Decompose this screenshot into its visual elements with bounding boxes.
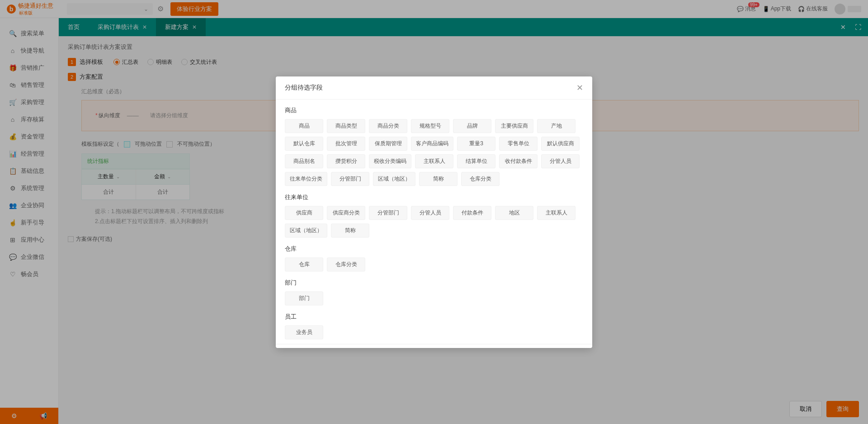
field-chip[interactable]: 零售单位 xyxy=(499,137,538,151)
field-chip[interactable]: 主联系人 xyxy=(415,154,453,168)
field-group-0: 商品商品商品类型商品分类规格型号品牌主要供应商产地默认仓库批次管理保质期管理客户… xyxy=(285,106,583,186)
field-chip[interactable]: 商品分类 xyxy=(369,119,407,133)
field-chip[interactable]: 分管人员 xyxy=(541,154,580,168)
field-group-2: 仓库仓库仓库分类 xyxy=(285,245,583,272)
field-chip[interactable]: 品牌 xyxy=(453,119,491,133)
chip-row: 商品商品类型商品分类规格型号品牌主要供应商产地默认仓库批次管理保质期管理客户商品… xyxy=(285,119,583,186)
field-chip[interactable]: 收付款条件 xyxy=(499,154,538,168)
field-chip[interactable]: 分管部门 xyxy=(369,206,407,220)
field-chip[interactable]: 供应商分类 xyxy=(327,206,365,220)
chip-row: 仓库仓库分类 xyxy=(285,257,583,272)
modal-hscroll[interactable] xyxy=(276,344,592,348)
modal-close-icon[interactable]: ✕ xyxy=(576,83,583,93)
field-chip[interactable]: 默认仓库 xyxy=(285,137,323,151)
modal-title: 分组待选字段 xyxy=(285,84,323,92)
field-chip[interactable]: 简称 xyxy=(331,224,369,238)
field-chip[interactable]: 简称 xyxy=(419,172,458,186)
field-chip[interactable]: 地区 xyxy=(495,206,533,220)
field-chip[interactable]: 主要供应商 xyxy=(495,119,533,133)
modal-header: 分组待选字段 ✕ xyxy=(276,76,592,100)
field-chip[interactable]: 税收分类编码 xyxy=(369,154,411,168)
modal-overlay: 分组待选字段 ✕ 商品商品商品类型商品分类规格型号品牌主要供应商产地默认仓库批次… xyxy=(0,0,868,424)
field-chip[interactable]: 主联系人 xyxy=(537,206,576,220)
chip-row: 供应商供应商分类分管部门分管人员付款条件地区主联系人区域（地区）简称 xyxy=(285,206,583,238)
field-chip[interactable]: 付款条件 xyxy=(453,206,491,220)
field-chip[interactable]: 供应商 xyxy=(285,206,323,220)
field-chip[interactable]: 仓库分类 xyxy=(461,172,500,186)
field-chip[interactable]: 分管人员 xyxy=(411,206,449,220)
field-group-3: 部门部门 xyxy=(285,279,583,305)
field-chip[interactable]: 保质期管理 xyxy=(369,137,407,151)
chip-row: 业务员 xyxy=(285,325,583,339)
field-chip[interactable]: 客户商品编码 xyxy=(411,137,453,151)
field-group-title: 部门 xyxy=(285,279,583,287)
field-chip[interactable]: 业务员 xyxy=(285,325,323,339)
field-chip[interactable]: 往来单位分类 xyxy=(285,172,327,186)
field-chip[interactable]: 重量3 xyxy=(457,137,495,151)
field-group-1: 往来单位供应商供应商分类分管部门分管人员付款条件地区主联系人区域（地区）简称 xyxy=(285,193,583,238)
field-chip[interactable]: 默认供应商 xyxy=(541,137,580,151)
field-chip[interactable]: 商品 xyxy=(285,119,323,133)
field-chip[interactable]: 结算单位 xyxy=(457,154,495,168)
field-chip[interactable]: 产地 xyxy=(537,119,576,133)
field-chip[interactable]: 仓库分类 xyxy=(327,257,365,272)
modal-body[interactable]: 商品商品商品类型商品分类规格型号品牌主要供应商产地默认仓库批次管理保质期管理客户… xyxy=(276,100,592,344)
field-chip[interactable]: 区域（地区） xyxy=(373,172,415,186)
field-group-4: 员工业务员 xyxy=(285,313,583,339)
field-group-title: 往来单位 xyxy=(285,193,583,201)
field-chip[interactable]: 攒货积分 xyxy=(327,154,365,168)
field-chip[interactable]: 分管部门 xyxy=(331,172,369,186)
field-selector-modal: 分组待选字段 ✕ 商品商品商品类型商品分类规格型号品牌主要供应商产地默认仓库批次… xyxy=(276,76,592,348)
chip-row: 部门 xyxy=(285,291,583,305)
field-group-title: 员工 xyxy=(285,313,583,321)
field-chip[interactable]: 部门 xyxy=(285,291,323,305)
field-group-title: 仓库 xyxy=(285,245,583,253)
field-chip[interactable]: 商品类型 xyxy=(327,119,365,133)
field-chip[interactable]: 区域（地区） xyxy=(285,224,327,238)
field-chip[interactable]: 仓库 xyxy=(285,257,323,272)
field-chip[interactable]: 商品别名 xyxy=(285,154,323,168)
field-group-title: 商品 xyxy=(285,106,583,114)
field-chip[interactable]: 批次管理 xyxy=(327,137,365,151)
field-chip[interactable]: 规格型号 xyxy=(411,119,449,133)
